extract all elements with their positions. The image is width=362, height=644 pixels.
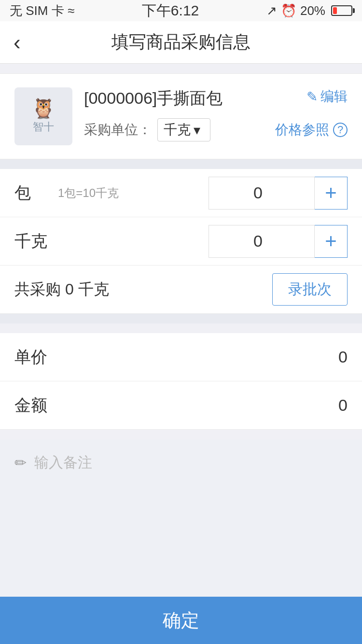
- location-icon: ↗: [266, 3, 277, 18]
- remark-placeholder: 输入备注: [34, 453, 92, 473]
- remark-section[interactable]: ✏ 输入备注: [0, 439, 362, 486]
- page-title: 填写商品采购信息: [111, 30, 251, 54]
- unit-price-label: 单价: [14, 346, 47, 368]
- unit-price-row: 单价 0: [0, 333, 362, 381]
- pack-plus-button[interactable]: +: [315, 177, 348, 210]
- product-info: [0000006]手撕面包 ✎ 编辑 采购单位： 千克 ▾ 价格参照 ?: [84, 87, 348, 141]
- kg-row: 千克 +: [0, 217, 362, 266]
- input-section: 包 1包=10千克 + 千克 +: [0, 169, 362, 266]
- edit-icon: ✎: [306, 89, 318, 105]
- kg-label: 千克: [14, 230, 53, 252]
- status-time: 下午6:12: [142, 1, 199, 21]
- kg-input-group: +: [209, 225, 348, 258]
- no-sim-label: 无 SIM 卡 ≈: [10, 2, 74, 19]
- summary-text: 共采购 0 千克: [14, 279, 109, 300]
- product-top: [0000006]手撕面包 ✎ 编辑: [84, 87, 348, 110]
- pack-sublabel: 1包=10千克: [58, 185, 119, 201]
- confirm-button[interactable]: 确定: [0, 597, 362, 644]
- chevron-down-icon: ▾: [194, 122, 200, 138]
- unit-row: 采购单位： 千克 ▾: [84, 118, 210, 141]
- kg-plus-button[interactable]: +: [315, 225, 348, 258]
- help-icon: ?: [333, 123, 348, 137]
- owl-icon: 🦉: [31, 98, 56, 118]
- section-divider-1: [0, 159, 362, 169]
- pack-row: 包 1包=10千克 +: [0, 169, 362, 217]
- status-bar: 无 SIM 卡 ≈ 下午6:12 ↗ ⏰ 20%: [0, 0, 362, 21]
- alarm-icon: ⏰: [281, 3, 296, 18]
- unit-label: 采购单位：: [84, 121, 152, 139]
- amount-label: 金额: [14, 394, 47, 417]
- record-batch-button[interactable]: 录批次: [272, 273, 348, 306]
- unit-select[interactable]: 千克 ▾: [157, 118, 210, 141]
- product-card: 🦉 智十 [0000006]手撕面包 ✎ 编辑 采购单位： 千克 ▾ 价格参照: [0, 73, 362, 159]
- price-ref-button[interactable]: 价格参照 ?: [275, 121, 348, 139]
- section-divider-2: [0, 314, 362, 323]
- pack-input[interactable]: [209, 177, 315, 210]
- unit-price-value: 0: [338, 348, 348, 366]
- price-info-section: 单价 0 金额 0: [0, 333, 362, 430]
- status-left: 无 SIM 卡 ≈: [10, 2, 74, 19]
- battery-percent: 20%: [300, 3, 325, 18]
- pack-label: 包: [14, 182, 53, 204]
- edit-button[interactable]: ✎ 编辑: [306, 87, 348, 106]
- amount-value: 0: [338, 396, 348, 415]
- back-button[interactable]: ‹: [14, 32, 21, 53]
- pencil-icon: ✏: [14, 454, 27, 471]
- amount-row: 金额 0: [0, 381, 362, 430]
- product-bottom: 采购单位： 千克 ▾ 价格参照 ?: [84, 118, 348, 141]
- summary-row: 共采购 0 千克 录批次: [0, 266, 362, 314]
- product-image: 🦉 智十: [14, 87, 72, 145]
- nav-bar: ‹ 填写商品采购信息: [0, 21, 362, 64]
- owl-text: 智十: [33, 120, 54, 134]
- status-right: ↗ ⏰ 20%: [266, 3, 352, 18]
- pack-input-group: +: [209, 177, 348, 210]
- product-name: [0000006]手撕面包: [84, 87, 223, 110]
- kg-input[interactable]: [209, 225, 315, 258]
- battery-icon: [331, 5, 352, 16]
